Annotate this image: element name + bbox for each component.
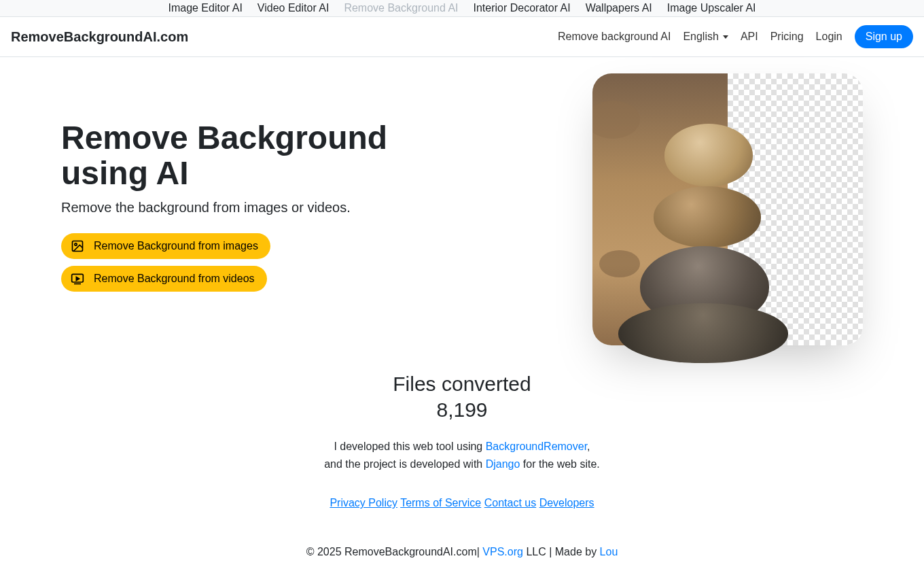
footer-credit-line-2: and the project is developed with Django… xyxy=(0,456,924,473)
footer-text: and the project is developed with xyxy=(324,458,485,470)
link-vps-org[interactable]: VPS.org xyxy=(482,546,523,557)
svg-point-1 xyxy=(75,243,77,245)
footer-text: © 2025 RemoveBackgroundAI.com| xyxy=(306,546,483,557)
footer-legal-links: Privacy Policy Terms of Service Contact … xyxy=(0,494,924,512)
hero-section: Remove Background using AI Remove the ba… xyxy=(61,57,863,373)
image-icon xyxy=(71,239,84,253)
network-nav-bar: Image Editor AI Video Editor AI Remove B… xyxy=(0,0,924,17)
hero-subtitle: Remove the background from images or vid… xyxy=(61,200,442,216)
hero-title: Remove Background using AI xyxy=(61,120,442,191)
network-nav-link[interactable]: Image Upscaler AI xyxy=(667,1,756,15)
remove-bg-videos-button[interactable]: Remove Background from videos xyxy=(61,266,267,292)
footer-copyright: © 2025 RemoveBackgroundAI.com| VPS.org L… xyxy=(0,543,924,561)
hero-preview-image xyxy=(592,73,863,345)
link-contact-us[interactable]: Contact us xyxy=(484,497,536,509)
link-developers[interactable]: Developers xyxy=(539,497,594,509)
link-django[interactable]: Django xyxy=(486,458,520,470)
video-icon xyxy=(71,272,84,286)
site-header: RemoveBackgroundAI.com Remove background… xyxy=(0,17,924,57)
network-nav-link[interactable]: Image Editor AI xyxy=(168,1,242,15)
button-label: Remove Background from images xyxy=(94,240,258,252)
link-lou[interactable]: Lou xyxy=(600,546,618,557)
stats-count: 8,199 xyxy=(0,398,924,422)
footer-text: for the web site. xyxy=(520,458,599,470)
network-nav-link-active[interactable]: Remove Background AI xyxy=(344,1,458,15)
stats-section: Files converted 8,199 xyxy=(0,373,924,438)
nav-remove-background[interactable]: Remove background AI xyxy=(558,31,671,43)
hero-preview-original xyxy=(592,73,728,345)
language-label: English xyxy=(683,31,718,43)
main-nav: Remove background AI English API Pricing… xyxy=(558,25,913,48)
nav-login[interactable]: Login xyxy=(816,31,842,43)
hero-preview-transparent xyxy=(728,73,863,345)
link-terms-of-service[interactable]: Terms of Service xyxy=(400,497,481,509)
language-dropdown[interactable]: English xyxy=(683,31,728,43)
footer-text: LLC | Made by xyxy=(523,546,600,557)
chevron-down-icon xyxy=(723,35,728,39)
site-footer: I developed this web tool using Backgrou… xyxy=(0,438,924,584)
network-nav-link[interactable]: Interior Decorator AI xyxy=(474,1,571,15)
nav-pricing[interactable]: Pricing xyxy=(770,31,804,43)
signup-button[interactable]: Sign up xyxy=(855,25,913,48)
button-label: Remove Background from videos xyxy=(94,273,255,285)
footer-text: I developed this web tool using xyxy=(334,441,485,452)
network-nav-link[interactable]: Wallpapers AI xyxy=(586,1,652,15)
network-nav-link[interactable]: Video Editor AI xyxy=(257,1,330,15)
link-privacy-policy[interactable]: Privacy Policy xyxy=(330,497,397,509)
remove-bg-images-button[interactable]: Remove Background from images xyxy=(61,233,270,259)
brand-logo[interactable]: RemoveBackgroundAI.com xyxy=(11,29,188,45)
link-backgroundremover[interactable]: BackgroundRemover xyxy=(486,441,587,452)
stats-label: Files converted xyxy=(0,373,924,396)
nav-api[interactable]: API xyxy=(741,31,758,43)
footer-text: , xyxy=(587,441,590,452)
footer-credit-line-1: I developed this web tool using Backgrou… xyxy=(0,438,924,456)
